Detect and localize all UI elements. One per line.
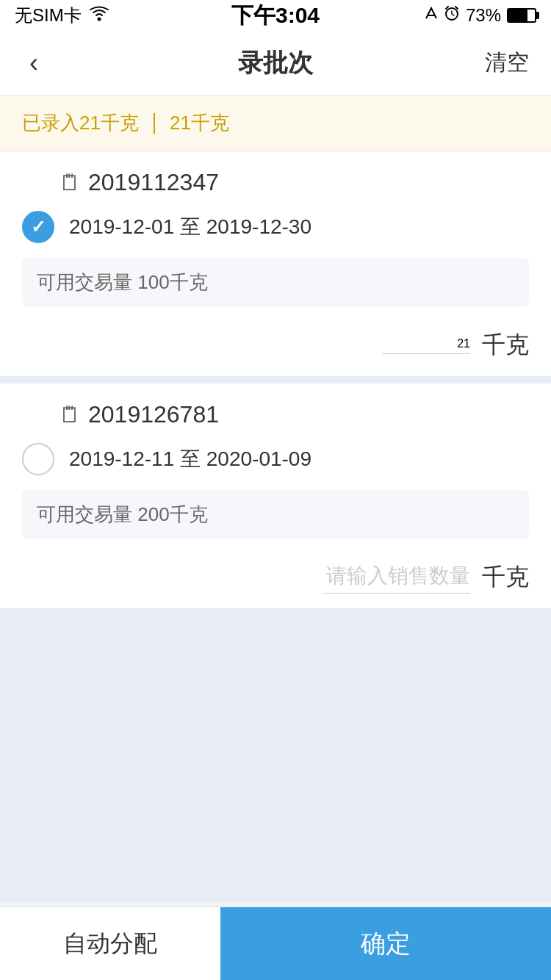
batch1-date-row[interactable]: 2019-12-01 至 2019-12-30	[0, 203, 551, 251]
svg-point-0	[97, 18, 101, 21]
batch1-header: 🗒 2019112347	[0, 151, 551, 203]
nav-bar: ‹ 录批次 清空	[0, 31, 551, 96]
batch2-quantity-input[interactable]: 请输入销售数量	[323, 562, 470, 594]
status-right: 73%	[425, 5, 536, 26]
page-title: 录批次	[238, 46, 313, 80]
batch2-placeholder: 请输入销售数量	[326, 564, 470, 587]
info-banner: 已录入21千克 21千克	[0, 96, 551, 151]
batch1-card: 🗒 2019112347 2019-12-01 至 2019-12-30 可用交…	[0, 151, 551, 376]
clear-button[interactable]: 清空	[485, 48, 529, 78]
sim-label: 无SIM卡	[15, 4, 82, 27]
alarm-icon	[444, 5, 460, 26]
batch1-unit: 千克	[482, 329, 529, 361]
batch2-unit: 千克	[482, 561, 529, 594]
batch1-available: 可用交易量 100千克	[22, 258, 529, 307]
batch2-header: 🗒 2019126781	[0, 383, 551, 436]
status-bar: 无SIM卡 下午3:04 73%	[0, 0, 551, 31]
info-value: 21千克	[170, 110, 229, 136]
batch2-radio[interactable]	[22, 443, 54, 475]
battery-label: 73%	[466, 5, 501, 26]
batch1-id: 2019112347	[88, 169, 219, 196]
batch1-icon: 🗒	[59, 170, 81, 195]
info-recorded-label: 已录入21千克	[22, 110, 139, 136]
batch1-radio[interactable]	[22, 211, 54, 243]
card-divider	[0, 376, 551, 383]
batch2-available: 可用交易量 200千克	[22, 490, 529, 539]
batch2-date-row[interactable]: 2019-12-11 至 2020-01-09	[0, 436, 551, 483]
wifi-icon	[89, 5, 109, 26]
batch1-quantity-row: 21 千克	[0, 322, 551, 376]
location-icon	[425, 5, 438, 26]
back-button[interactable]: ‹	[22, 40, 46, 86]
batch2-card: 🗒 2019126781 2019-12-11 至 2020-01-09 可用交…	[0, 383, 551, 608]
confirm-button[interactable]: 确定	[220, 907, 551, 980]
status-left: 无SIM卡	[15, 4, 109, 27]
status-time: 下午3:04	[231, 1, 320, 31]
batch2-icon: 🗒	[59, 403, 81, 428]
batch2-date: 2019-12-11 至 2020-01-09	[69, 445, 311, 473]
info-divider	[154, 113, 155, 134]
gray-area	[0, 608, 551, 902]
batch1-quantity-value[interactable]: 21	[382, 337, 470, 354]
batch1-date: 2019-12-01 至 2019-12-30	[69, 213, 311, 241]
batch2-input-row: 请输入销售数量 千克	[0, 554, 551, 608]
battery-icon	[507, 8, 536, 23]
bottom-bar: 自动分配 确定	[0, 907, 551, 980]
auto-distribute-button[interactable]: 自动分配	[0, 907, 220, 980]
batch2-id: 2019126781	[88, 401, 219, 428]
